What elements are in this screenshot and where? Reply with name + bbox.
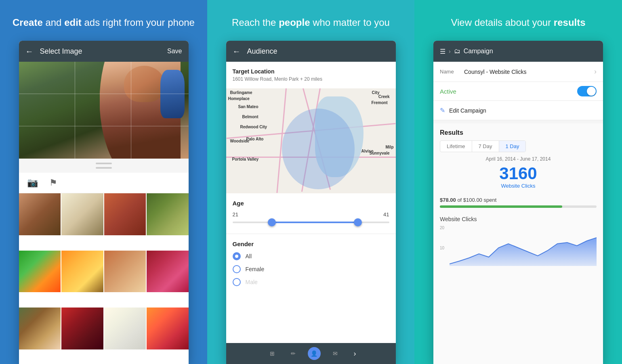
phone-mockup-1: ← Select Image Save [19,41,189,364]
camera-tab[interactable]: 📷 [25,176,40,190]
radio-label-male: Male [246,279,258,285]
map-label-milp: Milp [386,145,394,149]
back-button-2[interactable]: ← [233,47,241,56]
age-range-labels: 21 41 [233,211,389,218]
headline-bold-create: Create [13,17,43,28]
age-title: Age [233,200,389,207]
gallery-item[interactable] [61,251,103,293]
target-location: Target Location 1601 Willow Road, Menlo … [226,62,396,88]
map-label-redwood: Redwood City [240,125,267,129]
nav-icon-4[interactable]: ✉ [329,347,342,360]
age-min: 21 [233,211,238,218]
gender-option-female[interactable]: Female [233,265,389,273]
budget-of-text: of $100.00 spent [457,197,496,203]
map-label-sanmateo: San Mateo [238,105,258,109]
panel2-headline: Reach the people who matter to you [232,16,390,29]
gallery-tabs: 📷 ⚑ [19,173,189,193]
slider-thumb-right[interactable] [354,218,362,226]
panel-create-edit: Create and edit ads right from your phon… [0,0,207,364]
campaign-name-row[interactable]: Name Counsyl - Website Clicks › [433,62,603,82]
gallery-item[interactable] [104,193,146,235]
map-label-alviso: Alviso [361,149,373,153]
age-max: 41 [383,211,389,218]
radio-female[interactable] [233,265,241,273]
gallery-grid [19,193,189,364]
active-toggle[interactable] [577,86,597,96]
budget-spent: $78.00 [440,197,456,203]
budget-bar-fill [440,205,562,208]
slider-fill [272,222,358,223]
map-label-burlingame: Burlingame [230,90,252,95]
tab-7day[interactable]: 7 Day [472,141,499,152]
big-number: 3160 [440,164,597,183]
radio-all[interactable] [233,252,241,260]
gallery-item[interactable] [19,193,61,235]
radio-label-female: Female [246,266,265,272]
date-range: April 16, 2014 - June 17, 2014 [440,156,597,162]
active-row: Active [433,82,603,101]
gallery-item[interactable] [147,193,189,235]
editor-photo [19,62,189,159]
budget-bar [440,205,597,208]
panel-results: View details about your results ☰ › 🗂 Ca… [414,0,622,364]
slider-thumb-left[interactable] [268,218,276,226]
radio-male[interactable] [233,278,241,286]
panel3-headline: View details about your results [451,16,585,29]
headline-bold-edit: edit [64,17,82,28]
gallery-item[interactable] [61,193,103,235]
gallery-item[interactable] [19,308,61,349]
tab-1day[interactable]: 1 Day [499,141,526,152]
image-editor [19,62,189,159]
save-button[interactable]: Save [167,48,182,55]
map-label-portola: Portola Valley [232,157,259,161]
back-button-1[interactable]: ← [25,47,34,56]
breadcrumb-separator: › [449,48,451,54]
budget-text: $78.00 of $100.00 spent [440,197,597,203]
edit-campaign-row[interactable]: ✎ Edit Campaign [433,101,603,120]
chart-y-labels: 20 10 [440,226,444,266]
phone-mockup-2: ← Audience Target Location 1601 Willow R… [226,41,396,364]
section-divider [433,120,603,123]
map-label-creek: Creek [378,94,390,99]
active-label: Active [440,88,577,95]
nav-icon-1[interactable]: ⊞ [266,347,279,360]
app-bar-title-2: Audience [247,47,389,56]
time-tabs: Lifetime 7 Day 1 Day [440,140,526,152]
headline-bold-results: results [554,17,586,28]
nav-arrow[interactable]: › [354,349,356,358]
campaign-content: Name Counsyl - Website Clicks › Active ✎… [433,62,603,364]
nav-icon-2-glyph: ✏ [291,350,296,357]
gallery-item[interactable] [19,251,61,293]
map-label-fremont: Fremont [372,100,388,105]
map-container[interactable]: Burlingame Homeplace San Mateo City Cree… [226,88,396,193]
edit-label: Edit Campaign [449,107,486,114]
y-label-10: 10 [440,246,444,250]
drag-handle[interactable] [19,159,189,173]
campaign-header-bar: ☰ › 🗂 Campaign [433,41,603,62]
gallery-item[interactable] [147,251,189,293]
gender-option-all[interactable]: All [233,252,389,260]
age-slider[interactable] [233,222,389,223]
gallery-item[interactable] [104,308,146,349]
gallery-item[interactable] [61,308,103,349]
target-location-title: Target Location [233,68,389,75]
results-title: Results [440,129,597,136]
website-clicks-section: Website Clicks 20 10 [433,212,603,364]
gender-section: Gender All Female Male [226,234,396,297]
audience-content: Target Location 1601 Willow Road, Menlo … [226,62,396,343]
gallery-item[interactable] [104,251,146,293]
gender-option-male[interactable]: Male [233,278,389,286]
nav-icon-3-glyph: 👤 [311,350,317,357]
tab-lifetime[interactable]: Lifetime [440,141,472,152]
budget-row: $78.00 of $100.00 spent [433,197,603,212]
target-location-subtitle: 1601 Willow Road, Menlo Park + 20 miles [233,76,389,82]
y-label-20: 20 [440,226,444,230]
phone-mockup-3: ☰ › 🗂 Campaign Name Counsyl - Website Cl… [433,41,603,364]
age-section: Age 21 41 [226,193,396,234]
nav-icon-2[interactable]: ✏ [287,347,300,360]
nav-icon-3[interactable]: 👤 [308,347,321,360]
results-section: Results Lifetime 7 Day 1 Day April 16, 2… [433,123,603,197]
gallery-item[interactable] [147,308,189,349]
flag-tab[interactable]: ⚑ [48,176,59,190]
map-label-woodside: Woodside [230,139,250,143]
